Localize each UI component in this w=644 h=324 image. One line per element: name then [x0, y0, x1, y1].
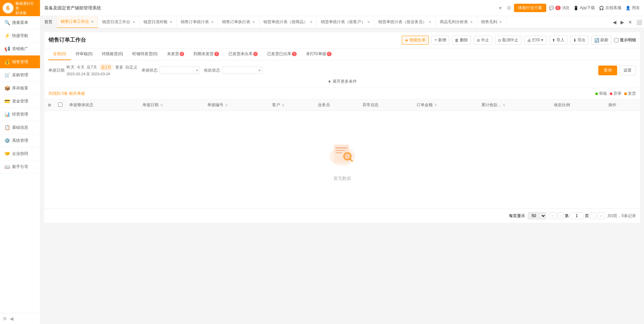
- sub-tab-not-shipped[interactable]: 未发货0: [162, 48, 189, 60]
- empty-state: 暂无数据: [44, 111, 640, 208]
- per-page-select[interactable]: 50 100 200: [528, 212, 546, 219]
- date-opt-custom[interactable]: 自定义: [125, 65, 137, 70]
- review-action-button[interactable]: 审核: [595, 91, 607, 96]
- tab-close-sales-more[interactable]: ✕: [499, 20, 502, 24]
- collapse-icon[interactable]: ◀: [10, 316, 13, 321]
- tab-close-summary-customer[interactable]: ✕: [367, 20, 370, 24]
- tab-close-cash-daily[interactable]: ✕: [132, 20, 135, 24]
- card-icon: 💳: [4, 98, 10, 104]
- sub-tab-shipped-out[interactable]: 已发货已出库0: [262, 48, 301, 60]
- customer-sort-icon[interactable]: ⇅: [282, 103, 285, 107]
- date-opt-yesterday[interactable]: 昨天: [67, 65, 75, 70]
- tab-cash-daily[interactable]: 钱货日清工作台 ✕: [98, 16, 139, 28]
- sidebar-item-quick-nav[interactable]: ⚡ 快捷导航: [0, 29, 40, 42]
- sub-tab-expired-not-shipped[interactable]: 到期未发货0: [189, 48, 224, 60]
- select-all-checkbox[interactable]: [58, 103, 62, 107]
- sidebar-item-operations[interactable]: 📊 经营管理: [0, 108, 40, 121]
- status-select[interactable]: [160, 67, 200, 74]
- tab-close-sales-stat[interactable]: ✕: [211, 20, 214, 24]
- received-sort-icon[interactable]: ⇅: [503, 103, 505, 107]
- tab-gross-profit[interactable]: 商品毛利分析表 ✕: [436, 16, 477, 28]
- sub-tab-wangpu[interactable]: 旺铺待发货(0): [128, 48, 162, 60]
- tab-home[interactable]: 首页: [40, 16, 57, 28]
- sidebar-item-inventory[interactable]: 📦 库存核算: [0, 82, 40, 95]
- tab-sales-order[interactable]: 销售订单工作台 ✕: [57, 16, 98, 28]
- show-detail-checkbox-label[interactable]: 显示明细: [614, 37, 636, 43]
- sidebar-item-system[interactable]: ⚙️ 系统管理: [0, 134, 40, 147]
- tab-sales-more[interactable]: 销售毛利 ✕: [477, 16, 506, 28]
- tab-sales-summary-staff[interactable]: 销货单统计表（按业务员） ✕: [374, 16, 436, 28]
- tab-close-all[interactable]: ✕: [626, 16, 634, 28]
- cancel-review-action-button[interactable]: 弃审: [610, 91, 621, 96]
- delete-button[interactable]: 🗑 删除: [452, 36, 471, 45]
- user-button[interactable]: 👤 用友: [626, 5, 640, 11]
- date-opt-1month[interactable]: 近1月: [99, 64, 114, 71]
- page-prev-button[interactable]: ‹: [557, 212, 563, 219]
- online-service-button[interactable]: 🎧 在线客服: [599, 5, 621, 11]
- export-button[interactable]: ⬇ 导出: [570, 36, 589, 45]
- tab-fullscreen[interactable]: ⬜: [634, 16, 644, 28]
- suspend-button[interactable]: ⊘ 中止: [474, 36, 492, 45]
- page-input[interactable]: [570, 212, 584, 219]
- tab-close-sales-order[interactable]: ✕: [91, 20, 94, 24]
- sub-tab-all[interactable]: 全部(0): [48, 48, 71, 60]
- sidebar-item-marketing[interactable]: 📢 营销推广: [0, 42, 40, 55]
- chart-icon: 📊: [4, 111, 10, 117]
- tab-close-gross-profit[interactable]: ✕: [470, 20, 473, 24]
- page-next-button[interactable]: ›: [590, 212, 596, 219]
- suspend-icon: ⊘: [477, 38, 480, 43]
- set-button[interactable]: 设置: [619, 66, 636, 75]
- tab-sales-exec[interactable]: 销售订单执行表 ✕: [218, 16, 259, 28]
- page-last-button[interactable]: »: [598, 212, 605, 219]
- column-settings-icon[interactable]: ⚙: [48, 103, 51, 108]
- settings-icon[interactable]: ⚙: [3, 316, 7, 321]
- show-detail-checkbox[interactable]: [614, 38, 618, 42]
- sidebar-item-sales[interactable]: 💰 销售管理: [0, 55, 40, 69]
- query-button[interactable]: 查询: [598, 66, 617, 75]
- tab-nav-next[interactable]: ▶: [618, 16, 626, 28]
- date-opt-today[interactable]: 今天: [77, 65, 85, 70]
- tab-close-summary-product[interactable]: ✕: [310, 20, 312, 24]
- date-opt-more[interactable]: 更多: [115, 65, 123, 70]
- sub-tab-pending-review[interactable]: 待审核(0): [71, 48, 97, 60]
- tab-sales-summary-customer[interactable]: 销货单统计表（按客户） ✕: [317, 16, 374, 28]
- sub-tab-not-printed[interactable]: 未打印单据0: [301, 48, 336, 60]
- sidebar-item-guide[interactable]: 📖 新手引导: [0, 160, 40, 173]
- tab-nav-prev[interactable]: ◀: [611, 16, 618, 28]
- number-sort-icon[interactable]: ⇅: [225, 103, 228, 107]
- sub-tab-shipped-not-out[interactable]: 已发货未出库0: [224, 48, 263, 60]
- amount-sort-icon[interactable]: ⇅: [434, 103, 437, 107]
- add-button[interactable]: + 新增: [431, 36, 449, 45]
- page-first-button[interactable]: «: [549, 212, 556, 219]
- expand-conditions-button[interactable]: ▼ 展开更多条件: [328, 79, 357, 84]
- date-sort-icon[interactable]: ⇅: [160, 103, 163, 107]
- tab-sales-summary-product[interactable]: 销货单统计表（按商品） ✕: [259, 16, 317, 28]
- sidebar-item-purchase[interactable]: 🛒 采购管理: [0, 69, 40, 82]
- tab-cash-reconcile[interactable]: 钱货日清对账 ✕: [139, 16, 177, 28]
- app-download-button[interactable]: 📱 App下载: [573, 5, 595, 11]
- import-button[interactable]: ⬆ 导入: [549, 36, 567, 45]
- refresh-button[interactable]: 🔄 刷新: [591, 36, 611, 45]
- sidebar-bottom: ⚙ ◀: [0, 313, 40, 324]
- col-status: 单据整体状态: [66, 99, 139, 111]
- payment-select[interactable]: [222, 67, 262, 74]
- smart-order-button[interactable]: ★ 智能生单: [402, 36, 429, 45]
- sidebar-item-enterprise[interactable]: 🤝 企业协同: [0, 147, 40, 160]
- tab-close-summary-staff[interactable]: ✕: [429, 20, 431, 24]
- trial-button[interactable]: 体验行业方案: [514, 4, 546, 12]
- sidebar-item-search[interactable]: 🔍 搜索菜单: [0, 16, 40, 29]
- system-settings-icon[interactable]: ⚙: [507, 5, 511, 11]
- date-opt-7days[interactable]: 近7天: [87, 65, 97, 70]
- cancel-suspend-button[interactable]: ⊙ 取消中止: [495, 36, 521, 45]
- per-page-label: 每页显示: [509, 213, 525, 219]
- sidebar-item-finance[interactable]: 💳 资金管理: [0, 95, 40, 108]
- sidebar-item-base-info[interactable]: 📋 基础信息: [0, 121, 40, 134]
- tab-close-cash-reconcile[interactable]: ✕: [170, 20, 172, 24]
- tab-sales-stat[interactable]: 销售订单统计表 ✕: [177, 16, 218, 28]
- sub-tab-pending-inspect[interactable]: 待拣验货(0): [97, 48, 128, 60]
- ship-action-button[interactable]: 发货: [624, 91, 636, 96]
- tab-close-sales-exec[interactable]: ✕: [252, 20, 255, 24]
- system-dropdown-icon[interactable]: ▼: [498, 5, 503, 11]
- print-button[interactable]: 🖨 打印 ▾: [524, 36, 546, 45]
- message-button[interactable]: 💬 6 消息: [549, 5, 569, 10]
